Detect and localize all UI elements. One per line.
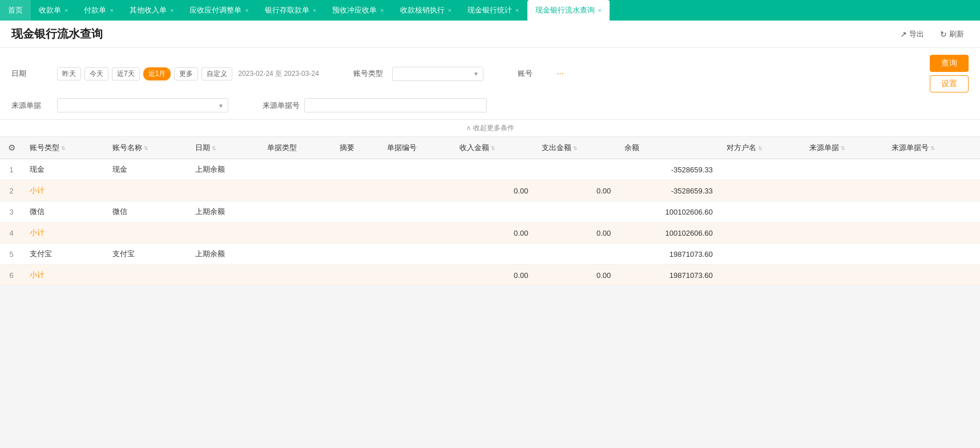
date-btn-today[interactable]: 今天 — [84, 67, 108, 80]
cell-source-doc-no — [885, 223, 980, 244]
nav-item-home[interactable]: 首页 — [0, 0, 31, 21]
nav-item-other-income[interactable]: 其他收入单 × — [122, 0, 182, 21]
sort-icon-source-doc-no: ⇅ — [930, 146, 935, 151]
date-btn-1month[interactable]: 近1月 — [143, 67, 171, 80]
cell-doc-no — [380, 265, 453, 286]
account-dots[interactable]: ··· — [556, 68, 564, 79]
data-table-container: ⚙ 账号类型⇅ 账号名称⇅ 日期⇅ 单据类型 摘要 单据编号 — [0, 137, 980, 286]
cell-balance: 19871073.60 — [618, 244, 719, 265]
close-icon[interactable]: × — [448, 0, 451, 21]
row-index: 1 — [0, 159, 23, 180]
date-range-text: 2023-02-24 至 2023-03-24 — [238, 69, 318, 79]
close-icon[interactable]: × — [110, 0, 113, 21]
account-type-select[interactable] — [392, 67, 483, 81]
cell-source-doc-no — [885, 180, 980, 201]
cell-balance: 100102606.60 — [618, 201, 719, 223]
col-expense[interactable]: 支出金额⇅ — [535, 137, 618, 159]
col-source-doc-no[interactable]: 来源单据号⇅ — [885, 137, 980, 159]
cell-source-doc-no — [885, 265, 980, 286]
source-doc-no-label: 来源单据号 — [263, 100, 300, 111]
date-btn-7days[interactable]: 近7天 — [112, 67, 140, 80]
cell-balance: -3528659.33 — [618, 180, 719, 201]
cell-source-doc-no — [885, 201, 980, 223]
collapse-bar[interactable]: ∧ 收起更多条件 — [0, 120, 980, 137]
data-table: ⚙ 账号类型⇅ 账号名称⇅ 日期⇅ 单据类型 摘要 单据编号 — [0, 137, 980, 286]
settings-button[interactable]: 设置 — [930, 75, 969, 92]
close-icon[interactable]: × — [64, 0, 68, 21]
nav-item-cash-flow[interactable]: 现金银行流水查询 × — [527, 0, 610, 21]
close-icon[interactable]: × — [515, 0, 519, 21]
col-income[interactable]: 收入金额⇅ — [453, 137, 535, 159]
cell-account-name: 现金 — [106, 159, 188, 180]
export-button[interactable]: ↗ 导出 — [896, 27, 929, 42]
cell-expense — [535, 244, 618, 265]
cell-expense: 0.00 — [535, 265, 618, 286]
sort-icon-expense: ⇅ — [573, 146, 578, 151]
cell-counterparty — [720, 180, 802, 201]
source-doc-no-input[interactable] — [304, 98, 487, 112]
nav-verification-label: 收款核销执行 — [400, 0, 445, 21]
col-source-doc[interactable]: 来源单据⇅ — [802, 137, 885, 159]
filter-row-1: 日期 昨天 今天 近7天 近1月 更多 自定义 2023-02-24 至 202… — [11, 55, 969, 92]
close-icon[interactable]: × — [170, 0, 174, 21]
cell-doc-type — [260, 265, 333, 286]
cell-balance: 19871073.60 — [618, 265, 719, 286]
sort-icon-account-type: ⇅ — [61, 146, 66, 151]
cell-summary — [333, 201, 380, 223]
col-summary: 摘要 — [333, 137, 380, 159]
cell-doc-no — [380, 201, 453, 223]
date-btn-more[interactable]: 更多 — [174, 67, 198, 80]
date-btn-yesterday[interactable]: 昨天 — [57, 67, 81, 80]
cell-account-name: 微信 — [106, 201, 188, 223]
cell-doc-no — [380, 244, 453, 265]
cell-expense — [535, 159, 618, 180]
date-btn-custom[interactable]: 自定义 — [201, 67, 232, 80]
cell-account-name: 支付宝 — [106, 244, 188, 265]
cell-summary — [333, 180, 380, 201]
nav-item-cash-stats[interactable]: 现金银行统计 × — [459, 0, 527, 21]
settings-gear-icon[interactable]: ⚙ — [8, 143, 15, 152]
table-row: 1现金现金上期余额-3528659.33 — [0, 159, 980, 180]
nav-item-bank-deposit[interactable]: 银行存取款单 × — [257, 0, 324, 21]
table-row: 5支付宝支付宝上期余额19871073.60 — [0, 244, 980, 265]
cell-expense: 0.00 — [535, 180, 618, 201]
row-index: 6 — [0, 265, 23, 286]
row-index: 2 — [0, 180, 23, 201]
cell-account-type: 支付宝 — [23, 244, 106, 265]
cell-doc-no — [380, 159, 453, 180]
cell-source-doc — [802, 201, 885, 223]
refresh-button[interactable]: ↻ 刷新 — [935, 27, 969, 42]
cell-date: 上期余额 — [188, 201, 261, 223]
close-icon[interactable]: × — [245, 0, 248, 21]
cell-account-name — [106, 265, 188, 286]
col-account-type[interactable]: 账号类型⇅ — [23, 137, 106, 159]
nav-item-receipt[interactable]: 收款单 × — [31, 0, 76, 21]
close-icon[interactable]: × — [598, 0, 602, 21]
cell-expense: 0.00 — [535, 223, 618, 244]
filter-actions: 查询 设置 — [930, 55, 969, 92]
cell-doc-type — [260, 201, 333, 223]
cell-source-doc — [802, 180, 885, 201]
close-icon[interactable]: × — [380, 0, 384, 21]
col-settings[interactable]: ⚙ — [0, 137, 23, 159]
col-account-name[interactable]: 账号名称⇅ — [106, 137, 188, 159]
col-counterparty[interactable]: 对方户名⇅ — [720, 137, 802, 159]
source-doc-select[interactable] — [57, 98, 228, 112]
nav-adjustment-label: 应收应付调整单 — [189, 0, 241, 21]
nav-item-adjustment[interactable]: 应收应付调整单 × — [182, 0, 256, 21]
top-navigation: 首页 收款单 × 付款单 × 其他收入单 × 应收应付调整单 × 银行存取款单 … — [0, 0, 980, 21]
col-date[interactable]: 日期⇅ — [188, 137, 261, 159]
table-row: 2小计0.000.00-3528659.33 — [0, 180, 980, 201]
nav-cash-stats-label: 现金银行统计 — [467, 0, 512, 21]
collapse-label: ∧ 收起更多条件 — [466, 124, 514, 132]
close-icon[interactable]: × — [313, 0, 316, 21]
query-button[interactable]: 查询 — [930, 55, 969, 72]
nav-item-payment[interactable]: 付款单 × — [76, 0, 121, 21]
cell-account-type: 小计 — [23, 180, 106, 201]
sort-icon-date: ⇅ — [212, 146, 216, 151]
nav-item-verification[interactable]: 收款核销执行 × — [392, 0, 459, 21]
cell-date — [188, 223, 261, 244]
cell-summary — [333, 265, 380, 286]
nav-item-prepayment[interactable]: 预收冲应收单 × — [324, 0, 392, 21]
cell-summary — [333, 244, 380, 265]
